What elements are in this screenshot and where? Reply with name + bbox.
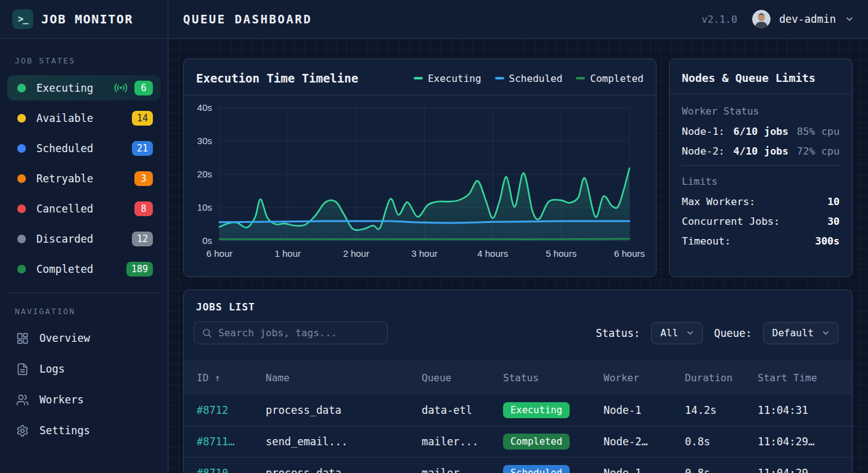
svg-text:40s: 40s	[197, 102, 212, 113]
sidebar-state-scheduled[interactable]: Scheduled21	[7, 135, 160, 161]
table-row[interactable]: #8711…send_email...mailer...CompletedNod…	[184, 426, 852, 458]
job-worker: Node-2…	[604, 435, 685, 448]
status-dot-icon	[17, 144, 26, 153]
status-badge: Scheduled	[503, 465, 570, 473]
chevron-down-icon[interactable]	[845, 14, 854, 24]
state-count-badge: 21	[132, 141, 153, 156]
shell: JOB STATES Executing6Available14Schedule…	[0, 39, 868, 473]
nodes-card-title: Nodes & Queue Limits	[669, 59, 852, 94]
nav-label: Logs	[39, 363, 65, 375]
limits-rows: Max Workers:10Concurrent Jobs:30Timeout:…	[682, 196, 840, 247]
user-menu[interactable]: dev-admin	[779, 13, 836, 25]
column-header-id[interactable]: ID ↑	[197, 372, 266, 384]
job-worker: Node-1	[604, 467, 685, 473]
state-label: Scheduled	[36, 142, 93, 155]
job-queue: data-etl	[422, 404, 503, 416]
legend-swatch-icon	[576, 77, 585, 79]
jobs-table: ID ↑NameQueueStatusWorkerDurationStart T…	[184, 360, 852, 473]
status-dot-icon	[17, 265, 26, 273]
job-duration: 14.2s	[685, 404, 758, 416]
state-count-badge: 12	[132, 232, 153, 246]
table-row[interactable]: #8710process_datamailerScheduledNode-10.…	[184, 458, 852, 473]
sidebar-divider	[7, 293, 160, 293]
navigation-list: OverviewLogsWorkersSettings	[7, 326, 160, 443]
job-start-time: 11:04:31	[758, 404, 852, 416]
queue-dropdown[interactable]: Default	[763, 322, 838, 344]
job-id-link[interactable]: #8711…	[197, 435, 266, 448]
column-header-worker[interactable]: Worker	[604, 372, 685, 384]
search-box[interactable]	[194, 321, 388, 344]
svg-text:1 hour: 1 hour	[275, 248, 301, 259]
status-dot-icon	[17, 204, 26, 213]
sidebar-state-available[interactable]: Available14	[7, 105, 160, 131]
sidebar-item-workers[interactable]: Workers	[7, 387, 160, 412]
state-label: Executing	[36, 82, 93, 94]
state-label: Retryable	[36, 172, 93, 185]
sidebar-state-completed[interactable]: Completed189	[7, 256, 160, 281]
job-start-time: 11:04:29…	[758, 435, 852, 448]
top-cards-row: Execution Time Timeline ExecutingSchedul…	[183, 59, 853, 277]
legend-item-scheduled[interactable]: Scheduled	[495, 73, 563, 84]
limits-label: Limits	[682, 176, 840, 187]
live-broadcast-icon	[113, 83, 129, 93]
chevron-down-icon	[686, 328, 695, 338]
svg-text:5 hours: 5 hours	[546, 248, 576, 259]
column-header-starttime[interactable]: Start Time	[758, 372, 852, 384]
worker-status-label: Worker Status	[682, 105, 840, 117]
version-label: v2.1.0	[702, 14, 737, 25]
navigation-heading: NAVIGATION	[15, 307, 153, 316]
column-header-status[interactable]: Status	[503, 372, 604, 384]
legend-swatch-icon	[495, 77, 504, 79]
status-dot-icon	[17, 235, 26, 243]
job-name: process_data	[266, 467, 422, 473]
column-header-name[interactable]: Name	[266, 372, 422, 384]
state-label: Available	[36, 112, 93, 124]
status-dropdown[interactable]: All	[651, 322, 703, 344]
sidebar-item-overview[interactable]: Overview	[7, 326, 160, 350]
jobs-table-body: #8712process_datadata-etlExecutingNode-1…	[184, 395, 852, 473]
column-header-duration[interactable]: Duration	[685, 372, 758, 384]
sidebar-state-discarded[interactable]: Discarded12	[7, 226, 160, 251]
job-name: send_email...	[266, 435, 422, 448]
nav-label: Settings	[39, 424, 90, 437]
svg-text:6 hours: 6 hours	[614, 248, 645, 259]
table-row[interactable]: #8712process_datadata-etlExecutingNode-1…	[184, 395, 852, 426]
execution-timeline-card: Execution Time Timeline ExecutingSchedul…	[183, 59, 657, 277]
svg-text:0s: 0s	[202, 235, 212, 246]
grid-icon	[16, 332, 29, 345]
job-queue: mailer...	[422, 435, 503, 448]
chart-title: Execution Time Timeline	[196, 71, 358, 85]
sidebar-item-settings[interactable]: Settings	[7, 418, 160, 443]
search-input[interactable]	[218, 327, 380, 339]
app-title: JOB MONITOR	[41, 12, 133, 26]
topbar-right: v2.1.0 dev-admin	[702, 10, 868, 28]
legend-item-executing[interactable]: Executing	[414, 73, 481, 84]
filters: Status:AllQueue:Default	[596, 322, 841, 344]
status-dot-icon	[17, 114, 26, 123]
job-id-link[interactable]: #8712	[197, 404, 266, 416]
nav-label: Overview	[39, 332, 90, 344]
svg-text:20s: 20s	[197, 169, 212, 179]
nav-label: Workers	[39, 394, 84, 406]
sidebar-state-cancelled[interactable]: Cancelled8	[7, 196, 160, 221]
sidebar: JOB STATES Executing6Available14Schedule…	[0, 39, 168, 473]
nodes-card-body: Worker Status Node-1:6/10 jobs85% cpuNod…	[669, 94, 852, 247]
people-icon	[16, 394, 29, 406]
job-id-link[interactable]: #8710	[197, 467, 266, 473]
status-dot-icon	[17, 174, 26, 183]
limit-row: Max Workers:10	[682, 196, 840, 208]
sidebar-state-executing[interactable]: Executing6	[7, 75, 160, 100]
timeline-chart: 0s10s20s30s40s6 hour1 hour2 hour3 hour4 …	[184, 95, 656, 274]
sidebar-state-retryable[interactable]: Retryable3	[7, 166, 160, 191]
job-states-heading: JOB STATES	[15, 56, 153, 65]
sidebar-item-logs[interactable]: Logs	[7, 357, 160, 381]
column-header-queue[interactable]: Queue	[422, 372, 503, 384]
svg-text:2 hour: 2 hour	[343, 248, 369, 259]
top-bar: >_ JOB MONITOR QUEUE DASHBOARD v2.1.0 de…	[0, 0, 868, 39]
document-icon	[16, 363, 29, 376]
svg-text:3 hour: 3 hour	[411, 248, 438, 259]
nodes-divider	[682, 165, 840, 166]
svg-text:4 hours: 4 hours	[477, 248, 508, 259]
terminal-logo-icon: >_	[12, 9, 33, 29]
legend-item-completed[interactable]: Completed	[576, 73, 644, 84]
